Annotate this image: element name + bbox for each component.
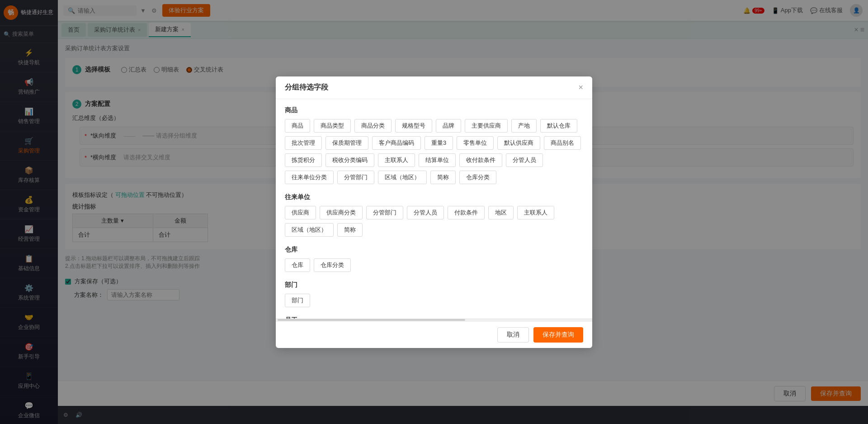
field-tag[interactable]: 主联系人 [378,153,415,167]
field-tag[interactable]: 客户商品编码 [372,136,421,150]
dialog-cancel-button[interactable]: 取消 [497,327,529,343]
field-tag[interactable]: 重量3 [425,136,453,150]
field-tag[interactable]: 分管人员 [506,153,543,167]
field-tag[interactable]: 主要供应商 [465,119,508,133]
field-tag[interactable]: 区域（地区） [378,171,427,184]
field-tag[interactable]: 供应商分类 [320,206,363,219]
field-section-warehouse: 仓库仓库仓库分类 [285,246,583,272]
field-tag[interactable]: 批次管理 [285,136,322,150]
field-tag[interactable]: 付款条件 [448,206,485,219]
field-tag[interactable]: 仓库 [285,258,310,272]
field-tag[interactable]: 零售单位 [457,136,494,150]
field-tags-department: 部门 [285,294,583,307]
field-tag[interactable]: 规格型号 [395,119,432,133]
field-tags-counterpart: 供应商供应商分类分管部门分管人员付款条件地区主联系人区域（地区）简称 [285,206,583,237]
field-tag[interactable]: 仓库分类 [459,171,496,184]
field-tag[interactable]: 主联系人 [517,206,554,219]
field-tag[interactable]: 简称 [430,171,456,184]
field-tag[interactable]: 保质期管理 [326,136,368,150]
field-tag[interactable]: 品牌 [436,119,461,133]
field-tag[interactable]: 默认仓库 [540,119,577,133]
dialog: 分组待选字段 × 商品商品商品类型商品分类规格型号品牌主要供应商产地默认仓库批次… [276,76,592,348]
dialog-body: 商品商品商品类型商品分类规格型号品牌主要供应商产地默认仓库批次管理保质期管理客户… [276,99,592,319]
field-tag[interactable]: 税收分类编码 [326,153,374,167]
dialog-header: 分组待选字段 × [276,76,592,99]
section-title-counterpart: 往来单位 [285,193,583,201]
field-tag[interactable]: 商品 [285,119,310,133]
field-tag[interactable]: 结算单位 [419,153,456,167]
dialog-title: 分组待选字段 [285,83,328,92]
field-tag[interactable]: 分管部门 [337,171,374,184]
field-tag[interactable]: 产地 [511,119,537,133]
field-tags-warehouse: 仓库仓库分类 [285,258,583,272]
field-tag[interactable]: 商品分类 [354,119,392,133]
field-tag[interactable]: 默认供应商 [497,136,540,150]
field-tag[interactable]: 分管人员 [407,206,444,219]
dialog-close-button[interactable]: × [578,83,583,92]
field-section-counterpart: 往来单位供应商供应商分类分管部门分管人员付款条件地区主联系人区域（地区）简称 [285,193,583,237]
section-title-warehouse: 仓库 [285,246,583,254]
field-tag[interactable]: 商品类型 [314,119,351,133]
field-tag[interactable]: 地区 [488,206,514,219]
field-tag[interactable]: 拣货积分 [285,153,322,167]
section-title-department: 部门 [285,281,583,289]
field-tag[interactable]: 往来单位分类 [285,171,334,184]
field-tag[interactable]: 部门 [285,294,310,307]
dialog-scrollbar-thumb [278,319,465,321]
dialog-confirm-button[interactable]: 保存并查询 [533,327,583,343]
field-tag[interactable]: 收付款条件 [459,153,502,167]
field-tag[interactable]: 仓库分类 [314,258,351,272]
field-section-department: 部门部门 [285,281,583,307]
dialog-footer: 取消 保存并查询 [276,321,592,348]
field-tag[interactable]: 简称 [337,223,363,237]
field-tag[interactable]: 商品别名 [544,136,581,150]
field-section-product: 商品商品商品类型商品分类规格型号品牌主要供应商产地默认仓库批次管理保质期管理客户… [285,106,583,184]
field-tag[interactable]: 供应商 [285,206,316,219]
field-tag[interactable]: 分管部门 [366,206,403,219]
field-tag[interactable]: 区域（地区） [285,223,334,237]
field-tags-product: 商品商品类型商品分类规格型号品牌主要供应商产地默认仓库批次管理保质期管理客户商品… [285,119,583,184]
modal-overlay: 分组待选字段 × 商品商品商品类型商品分类规格型号品牌主要供应商产地默认仓库批次… [0,0,868,424]
section-title-product: 商品 [285,106,583,114]
